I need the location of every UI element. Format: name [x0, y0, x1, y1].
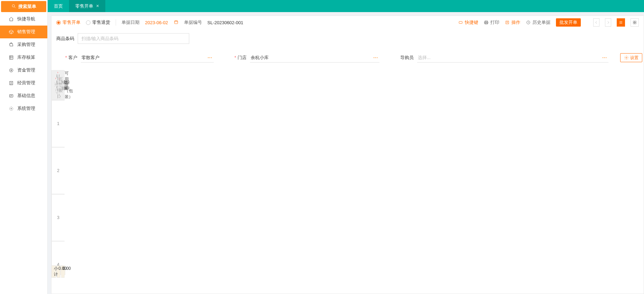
table-row[interactable]: 3 — [51, 194, 65, 241]
radio-retail-return-label: 零售退货 — [92, 19, 110, 26]
order-items-grid: ▲▼商品 ▲▼规格型号 ▲▼销售单位 ▲▼数量 ▲▼零售价 ▲▼折扣% ▲▼单价… — [51, 70, 644, 294]
ellipsis-icon: ··· — [373, 55, 378, 60]
order-card: 零售开单 零售退货 单据日期 2023-06-02 单据编号 SL-202306… — [51, 16, 644, 294]
row-index: 2 — [52, 148, 65, 194]
history-label: 历史单据 — [532, 20, 550, 26]
row-index: 1 — [52, 101, 65, 147]
print-link[interactable]: 打印 — [484, 20, 499, 26]
order-number-value: SL-20230602-001 — [208, 20, 243, 25]
order-date-value[interactable]: 2023-06-02 — [145, 20, 168, 25]
svg-point-5 — [9, 107, 13, 111]
view-mode-list-button[interactable] — [617, 18, 625, 27]
tab[interactable]: 零售开单✕ — [69, 0, 105, 12]
sidebar-item-label: 快捷导航 — [17, 16, 35, 22]
search-icon — [11, 4, 16, 10]
table-row[interactable]: 4 — [51, 241, 65, 265]
guide-label: 导购员 — [400, 55, 414, 61]
col-ops: 操作 — [63, 70, 64, 100]
sidebar-item-sale[interactable]: 销售管理 — [0, 26, 47, 38]
report-icon — [8, 80, 14, 86]
order-date-label: 单据日期 — [122, 20, 140, 26]
tab-bar: 首页零售开单✕ — [48, 0, 644, 12]
close-icon[interactable]: ✕ — [96, 4, 99, 8]
sidebar-item-label: 销售管理 — [17, 29, 35, 35]
sidebar-item-stock[interactable]: 库存核算 — [0, 51, 47, 64]
radio-retail-create-label: 零售开单 — [63, 19, 80, 26]
barcode-row: 商品条码 — [51, 29, 644, 46]
prev-order-button[interactable] — [593, 18, 599, 27]
history-link[interactable]: 历史单据 — [526, 20, 550, 26]
system-icon — [8, 106, 14, 112]
svg-rect-7 — [174, 20, 177, 23]
svg-rect-12 — [506, 21, 509, 24]
base-icon — [8, 93, 14, 99]
sidebar-item-base[interactable]: 基础信息 — [0, 89, 47, 102]
barcode-label: 商品条码 — [56, 36, 74, 42]
radio-retail-return[interactable]: 零售退货 — [86, 19, 110, 26]
order-number-label: 单据编号 — [184, 20, 202, 26]
row-index: 4 — [52, 241, 65, 266]
calendar-icon[interactable] — [174, 20, 179, 26]
svg-point-6 — [11, 108, 12, 109]
next-order-button[interactable] — [605, 18, 611, 27]
tab-label: 零售开单 — [75, 3, 93, 9]
sidebar-item-fund[interactable]: 资金管理 — [0, 64, 47, 77]
sidebar-item-label: 库存核算 — [17, 55, 35, 60]
svg-rect-15 — [635, 21, 636, 22]
sidebar-item-label: 基础信息 — [17, 93, 35, 99]
store-value: 余杭小库 — [251, 55, 269, 61]
home-icon — [8, 17, 14, 22]
bulk-order-button[interactable]: 批发开单 — [556, 18, 581, 27]
search-menu-button[interactable]: 搜索菜单 — [1, 1, 46, 12]
guide-placeholder: 选择... — [418, 55, 431, 61]
store-label: 门店 — [238, 55, 247, 61]
card-header: 零售开单 零售退货 单据日期 2023-06-02 单据编号 SL-202306… — [51, 16, 644, 29]
table-row[interactable]: 2 — [51, 147, 65, 194]
shortcut-label: 快捷键 — [465, 20, 478, 26]
search-menu-label: 搜索菜单 — [18, 3, 36, 10]
svg-rect-14 — [633, 21, 635, 22]
sidebar: 搜索菜单 快捷导航销售管理采购管理库存核算资金管理经营管理基础信息系统管理 — [0, 0, 48, 294]
sidebar-item-report[interactable]: 经营管理 — [0, 77, 47, 89]
store-select[interactable]: 余杭小库 ··· — [250, 53, 379, 63]
customer-select[interactable]: 零散客户 ··· — [81, 53, 214, 63]
tab[interactable]: 首页 — [48, 0, 69, 12]
sidebar-item-label: 经营管理 — [17, 80, 35, 86]
sidebar-item-system[interactable]: 系统管理 — [0, 102, 47, 115]
operate-label: 操作 — [511, 20, 520, 26]
tab-label: 首页 — [54, 3, 63, 9]
stock-icon — [8, 55, 14, 60]
svg-point-18 — [626, 57, 627, 58]
cart-icon — [8, 42, 14, 48]
sidebar-item-label: 系统管理 — [17, 106, 35, 112]
svg-rect-8 — [459, 21, 462, 23]
operate-link[interactable]: 操作 — [505, 20, 520, 26]
settings-label: 设置 — [630, 55, 638, 61]
svg-rect-16 — [633, 23, 635, 24]
svg-rect-4 — [9, 95, 13, 97]
ellipsis-icon: ··· — [602, 55, 607, 60]
table-row[interactable]: 1 — [51, 100, 65, 147]
barcode-input[interactable] — [78, 33, 189, 44]
order-form-row: *客户 零散客户 ··· *门店 余杭小库 ··· — [51, 46, 644, 66]
sidebar-item-cart[interactable]: 采购管理 — [0, 38, 47, 51]
ellipsis-icon: ··· — [208, 55, 212, 60]
svg-rect-1 — [9, 56, 13, 59]
shortcut-link[interactable]: 快捷键 — [458, 20, 478, 26]
sale-icon — [8, 29, 14, 35]
settings-button[interactable]: 设置 — [620, 53, 642, 62]
customer-label: 客户 — [68, 55, 77, 61]
fund-icon — [8, 68, 14, 73]
svg-rect-17 — [635, 23, 636, 24]
guide-select[interactable]: 选择... ··· — [417, 53, 608, 63]
svg-point-0 — [12, 4, 15, 7]
view-mode-grid-button[interactable] — [631, 18, 639, 27]
row-index: 3 — [52, 195, 65, 241]
print-label: 打印 — [490, 20, 499, 26]
customer-value: 零散客户 — [81, 55, 99, 61]
radio-retail-create[interactable]: 零售开单 — [56, 19, 80, 26]
sidebar-item-label: 资金管理 — [17, 67, 35, 73]
sidebar-item-label: 采购管理 — [17, 42, 35, 48]
sidebar-item-home[interactable]: 快捷导航 — [0, 13, 47, 26]
